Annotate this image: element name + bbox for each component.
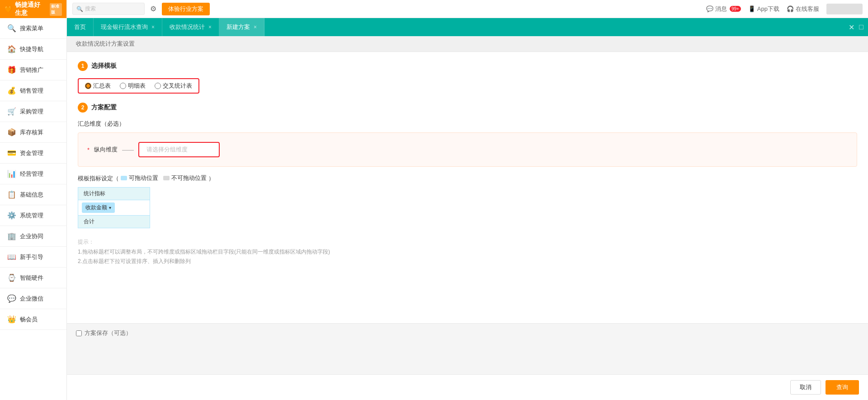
required-mark: *: [87, 146, 90, 153]
sidebar-item-smart-hw[interactable]: ⌚智能硬件: [0, 268, 66, 288]
sidebar-smart-hw-icon: ⌚: [7, 273, 16, 282]
arrow: ——: [122, 146, 134, 153]
sidebar-item-newbie[interactable]: 📖新手引导: [0, 247, 66, 268]
radio-detail[interactable]: 明细表: [120, 82, 146, 90]
sidebar-item-label-marketing: 营销推广: [20, 66, 43, 74]
user-avatar[interactable]: [826, 4, 863, 14]
sidebar-item-enterprise[interactable]: 🏢企业协同: [0, 226, 66, 247]
save-label[interactable]: 方案保存（可选）: [85, 329, 132, 337]
radio-cross[interactable]: 交叉统计表: [155, 82, 192, 90]
step1-header: 1 选择模板: [78, 61, 857, 71]
tab-bank-flow[interactable]: 现金银行流水查询×: [94, 18, 162, 36]
sidebar-biz-mgmt-icon: 📊: [7, 169, 16, 178]
sidebar-item-inventory[interactable]: 📦库存核算: [0, 122, 66, 143]
close-window-icon[interactable]: ✕: [849, 23, 854, 32]
step2-header: 2 方案配置: [78, 103, 857, 113]
radio-detail-label[interactable]: 明细表: [128, 82, 146, 90]
config-section: 汇总维度（必选） * 纵向维度 —— 请选择分组维度 模板指标设定（: [78, 120, 857, 267]
tab-label-collection-stats: 收款情况统计: [170, 23, 205, 31]
search-placeholder: 搜索: [85, 5, 96, 13]
metrics-tag-amount[interactable]: 收款金额 ▾: [82, 202, 115, 213]
dimension-select[interactable]: 请选择分组维度: [138, 142, 220, 157]
metrics-total-cell: 合计: [78, 215, 150, 228]
content-area: 收款情况统计方案设置 1 选择模板 汇总表 明细表 交叉统计表: [67, 36, 868, 374]
sidebar-item-label-newbie: 新手引导: [20, 253, 43, 261]
sidebar-marketing-icon: 🎁: [7, 66, 16, 74]
vertical-label: 纵向维度: [94, 146, 118, 154]
app-icon: 📱: [748, 5, 755, 12]
sidebar-item-label-basic-info: 基础信息: [20, 191, 43, 199]
tab-home[interactable]: 首页: [67, 18, 94, 36]
tab-close-collection-stats[interactable]: ×: [208, 24, 212, 30]
sidebar-inventory-icon: 📦: [7, 128, 16, 136]
message-btn[interactable]: 💬 消息 99+: [706, 5, 741, 13]
query-button[interactable]: 查询: [826, 380, 859, 395]
step2-title: 方案配置: [91, 104, 117, 112]
step1-title: 选择模板: [91, 62, 117, 70]
tab-close-new-plan[interactable]: ×: [254, 24, 257, 30]
sidebar: 🧡 畅捷通好生意 标准版 🔍搜索菜单🏠快捷导航🎁营销推广💰销售管理🛒采购管理📦库…: [0, 0, 67, 400]
settings-icon[interactable]: ⚙: [150, 5, 156, 13]
sidebar-purchase-mgmt-icon: 🛒: [7, 107, 16, 116]
tab-label-new-plan: 新建方案: [226, 23, 250, 31]
search-box[interactable]: 🔍 搜索: [72, 3, 145, 15]
sidebar-item-search-menu[interactable]: 🔍搜索菜单: [0, 18, 66, 39]
logo-text: 畅捷通好生意: [15, 1, 44, 17]
footer-bar: 取消 查询: [67, 374, 868, 400]
sidebar-item-capital-mgmt[interactable]: 💳资金管理: [0, 143, 66, 164]
online-service-label: 在线客服: [796, 5, 819, 13]
sidebar-item-wechat[interactable]: 💬企业微信: [0, 288, 66, 309]
legend-fixed: 不可拖动位置: [163, 174, 207, 182]
tab-close-bank-flow[interactable]: ×: [151, 24, 155, 30]
service-icon: 🎧: [787, 5, 794, 12]
sidebar-item-label-quick-nav: 快捷导航: [20, 45, 43, 53]
radio-cross-input[interactable]: [155, 83, 161, 89]
main-area: 🔍 搜索 ⚙ 体验行业方案 💬 消息 99+ 📱 App下载 🎧 在线客服 首页…: [67, 0, 868, 400]
sidebar-item-biz-mgmt[interactable]: 📊经营管理: [0, 164, 66, 184]
tab-label-bank-flow: 现金银行流水查询: [101, 23, 148, 31]
sidebar-item-member[interactable]: 👑畅会员: [0, 309, 66, 330]
sidebar-item-label-search-menu: 搜索菜单: [20, 24, 43, 33]
message-icon: 💬: [706, 5, 713, 12]
save-section: 方案保存（可选）: [67, 323, 868, 343]
industry-btn[interactable]: 体验行业方案: [162, 3, 210, 15]
sidebar-quick-nav-icon: 🏠: [7, 45, 16, 53]
tab-collection-stats[interactable]: 收款情况统计×: [162, 18, 219, 36]
metrics-tag-row: 收款金额 ▾: [78, 200, 150, 215]
sidebar-item-purchase-mgmt[interactable]: 🛒采购管理: [0, 101, 66, 122]
tabs-right-actions: ✕ □: [844, 18, 868, 36]
sidebar-newbie-icon: 📖: [7, 253, 16, 261]
step2-circle: 2: [78, 103, 88, 113]
radio-detail-input[interactable]: [120, 83, 126, 89]
tips-section: 提示： 1.拖动标题栏可以调整布局，不可跨维度或指标区域拖动栏目字段(只能在同一…: [78, 237, 857, 267]
radio-summary-label[interactable]: 汇总表: [93, 82, 111, 90]
sidebar-item-marketing[interactable]: 🎁营销推广: [0, 60, 66, 80]
sidebar-item-label-member: 畅会员: [20, 315, 38, 324]
restore-window-icon[interactable]: □: [859, 23, 863, 31]
radio-summary-input[interactable]: [85, 83, 91, 89]
cancel-button[interactable]: 取消: [790, 380, 821, 395]
breadcrumb: 收款情况统计方案设置: [67, 36, 868, 52]
dimension-label: 汇总维度（必选）: [78, 120, 857, 128]
radio-summary[interactable]: 汇总表: [85, 82, 111, 90]
sidebar-wechat-icon: 💬: [7, 294, 16, 303]
sidebar-item-basic-info[interactable]: 📋基础信息: [0, 184, 66, 205]
online-service-btn[interactable]: 🎧 在线客服: [787, 5, 819, 13]
dimension-row: * 纵向维度 —— 请选择分组维度: [87, 142, 848, 157]
tab-label-home: 首页: [74, 23, 86, 31]
sidebar-item-quick-nav[interactable]: 🏠快捷导航: [0, 39, 66, 60]
sidebar-item-label-wechat: 企业微信: [20, 295, 43, 303]
logo-badge: 标准版: [50, 3, 62, 16]
radio-cross-label[interactable]: 交叉统计表: [163, 82, 192, 90]
legend-blue-box: [121, 176, 127, 180]
tabs-bar: 首页现金银行流水查询×收款情况统计×新建方案× ✕ □: [67, 18, 868, 36]
sidebar-item-label-biz-mgmt: 经营管理: [20, 170, 43, 178]
tab-new-plan[interactable]: 新建方案×: [219, 18, 264, 36]
app-download-btn[interactable]: 📱 App下载: [748, 5, 779, 13]
sidebar-item-label-sales-mgmt: 销售管理: [20, 87, 43, 95]
message-badge: 99+: [730, 6, 741, 12]
sidebar-item-label-capital-mgmt: 资金管理: [20, 149, 43, 157]
sidebar-item-sales-mgmt[interactable]: 💰销售管理: [0, 80, 66, 101]
sidebar-item-sys-mgmt[interactable]: ⚙️系统管理: [0, 205, 66, 226]
save-checkbox[interactable]: [76, 330, 82, 336]
